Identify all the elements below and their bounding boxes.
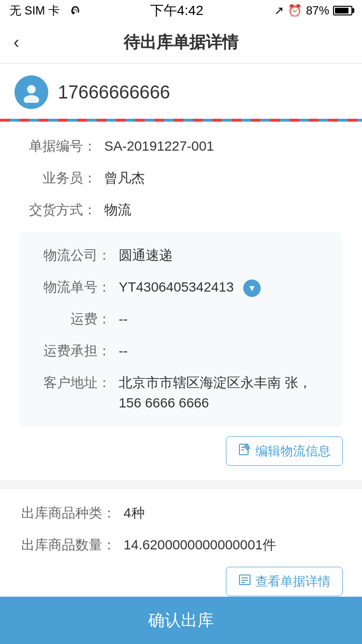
address-label: 客户地址： — [34, 373, 111, 393]
freight-row: 运费： -- — [34, 309, 328, 329]
wifi-icon — [65, 4, 79, 17]
view-detail-button[interactable]: 查看单据详情 — [226, 567, 343, 596]
status-right: ↗ ⏰ 87% — [274, 4, 352, 17]
view-btn-container: 查看单据详情 — [19, 567, 343, 596]
freight-bear-row: 运费承担： -- — [34, 341, 328, 361]
goods-quantity-label: 出库商品数量： — [19, 535, 116, 555]
salesman-row: 业务员： 曾凡杰 — [19, 168, 343, 188]
goods-quantity-value: 14.620000000000000​1件 — [124, 535, 343, 555]
battery-percent: 87% — [306, 4, 329, 17]
edit-btn-container: 编辑物流信息 — [19, 436, 343, 466]
doc-number-label: 单据编号： — [19, 136, 97, 156]
user-phone: 17666666666 — [58, 82, 170, 103]
address-row: 客户地址： 北京市市辖区海淀区永丰南 张，156 6666 6666 — [34, 373, 328, 413]
avatar — [14, 75, 48, 109]
view-detail-label: 查看单据详情 — [255, 573, 331, 590]
carrier-text: 无 SIM 卡 — [10, 3, 60, 18]
goods-types-label: 出库商品种类： — [19, 503, 116, 523]
battery-icon — [333, 6, 352, 15]
salesman-value: 曾凡杰 — [104, 168, 343, 188]
svg-point-0 — [72, 12, 75, 14]
edit-logistics-button[interactable]: 编辑物流信息 — [226, 436, 343, 466]
view-detail-icon — [238, 573, 251, 590]
tracking-label: 物流单号： — [34, 277, 111, 297]
freight-value: -- — [119, 309, 328, 329]
tracking-row: 物流单号： YT43064053424​13 — [34, 277, 328, 297]
delivery-label: 交货方式： — [19, 200, 97, 220]
goods-quantity-row: 出库商品数量： 14.620000000000000​1件 — [19, 535, 343, 555]
doc-number-row: 单据编号： SA-20191227-001 — [19, 136, 343, 156]
logistics-company-value: 圆通速递 — [119, 245, 328, 266]
doc-number-value: SA-20191227-001 — [104, 136, 343, 156]
svg-point-1 — [27, 85, 36, 94]
freight-bear-value: -- — [119, 341, 328, 361]
status-time: 下午4:42 — [150, 1, 204, 20]
nav-bar: ‹ 待出库单据详情 — [0, 21, 362, 64]
user-section: 17666666666 — [0, 64, 362, 119]
tracking-location-icon[interactable] — [243, 280, 261, 297]
tracking-value: YT43064053424​13 — [119, 277, 328, 297]
salesman-label: 业务员： — [19, 168, 97, 188]
freight-label: 运费： — [34, 309, 111, 329]
svg-point-2 — [24, 95, 39, 103]
location-status-icon: ↗ — [274, 4, 284, 17]
goods-types-value: 4种 — [124, 503, 343, 523]
back-button[interactable]: ‹ — [14, 32, 19, 53]
edit-logistics-label: 编辑物流信息 — [255, 443, 331, 460]
goods-types-row: 出库商品种类： 4种 — [19, 503, 343, 523]
logistics-card: 物流公司： 圆通速递 物流单号： YT43064053424​13 运费： --… — [19, 232, 343, 427]
confirm-label: 确认出库 — [148, 609, 214, 631]
freight-bear-label: 运费承担： — [34, 341, 111, 361]
document-info-section: 单据编号： SA-20191227-001 业务员： 曾凡杰 交货方式： 物流 … — [0, 122, 362, 480]
edit-icon — [238, 443, 251, 460]
address-value: 北京市市辖区海淀区永丰南 张，156 6666 6666 — [119, 373, 328, 413]
status-left: 无 SIM 卡 — [10, 3, 79, 18]
delivery-row: 交货方式： 物流 — [19, 200, 343, 220]
alarm-icon: ⏰ — [288, 4, 302, 17]
status-bar: 无 SIM 卡 下午4:42 ↗ ⏰ 87% — [0, 0, 362, 21]
logistics-company-label: 物流公司： — [34, 245, 111, 266]
confirm-button[interactable]: 确认出库 — [0, 597, 362, 644]
logistics-company-row: 物流公司： 圆通速递 — [34, 245, 328, 266]
page-title: 待出库单据详情 — [124, 31, 238, 54]
goods-section: 出库商品种类： 4种 出库商品数量： 14.620000000000000​1件… — [0, 489, 362, 611]
delivery-value: 物流 — [104, 200, 343, 220]
